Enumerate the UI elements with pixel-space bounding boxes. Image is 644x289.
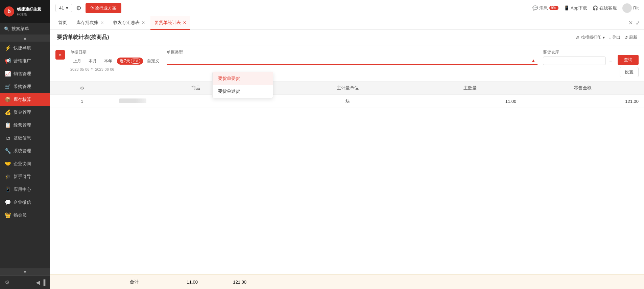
page-actions: 🖨 按模板打印 ▾ ↓ 导出 ↺ 刷新	[576, 35, 637, 44]
total-amount: 121.00	[223, 280, 246, 285]
sidebar-item-member[interactable]: 👑 畅会员	[0, 209, 50, 222]
sidebar-item-basic[interactable]: 🗂 基础信息	[0, 132, 50, 144]
member-icon: 👑	[5, 212, 11, 218]
col-qty: 主数量	[418, 82, 522, 95]
tab-order-stat-close-icon[interactable]: ✕	[183, 20, 186, 25]
app-download-label: App下载	[571, 5, 587, 11]
content-area: 要货单统计表(按商品) 🖨 按模板打印 ▾ ↓ 导出 ↺ 刷新 »	[50, 30, 644, 289]
sidebar-item-label: 经营管理	[14, 122, 31, 128]
date-btn-custom[interactable]: 自定义	[145, 58, 161, 65]
tabs-expand-icon[interactable]: ⤢	[636, 20, 640, 26]
sidebar-item-appstore[interactable]: 📱 应用中心	[0, 183, 50, 196]
filter-expand-btn[interactable]: »	[55, 50, 65, 60]
avatar	[622, 3, 632, 13]
type-dropdown: 要货单要货 要货单退货	[212, 72, 273, 98]
sidebar-item-label: 采购管理	[14, 84, 31, 90]
company-number: 41	[59, 5, 64, 10]
sidebar-scroll-down[interactable]: ▼	[0, 268, 50, 275]
table-settings-icon[interactable]: ⚙	[80, 86, 84, 91]
sidebar-item-finance[interactable]: 💰 资金管理	[0, 106, 50, 119]
collapse-icon[interactable]: ◀ ▐	[36, 279, 45, 286]
tab-home[interactable]: 首页	[54, 16, 71, 30]
date-btn-recent7[interactable]: 近7天 更多	[117, 58, 143, 65]
print-btn[interactable]: 🖨 按模板打印 ▾	[576, 35, 605, 40]
sidebar-item-collab[interactable]: 🤝 企业协同	[0, 157, 50, 170]
dropdown-item-return-goods[interactable]: 要货单退货	[213, 85, 273, 98]
page-title: 要货单统计表(按商品)	[57, 34, 109, 45]
tab-summary-label: 收发存汇总表	[113, 20, 140, 26]
user-menu[interactable]: Rit	[622, 3, 639, 13]
search-menu-label: 搜索菜单	[11, 26, 29, 32]
app-download-btn[interactable]: 📱 App下载	[564, 5, 587, 11]
sidebar-item-purchase[interactable]: 🛒 采购管理	[0, 80, 50, 93]
row-unit: 块	[277, 95, 419, 108]
sidebar-item-quick-nav[interactable]: ⚡ 快捷导航	[0, 42, 50, 54]
online-service-btn[interactable]: 🎧 在线客服	[593, 5, 617, 11]
tab-order-stat[interactable]: 要货单统计表 ✕	[150, 16, 190, 30]
date-btn-last-month[interactable]: 上月	[70, 57, 84, 65]
topbar-gear-icon[interactable]: ⚙	[76, 4, 81, 12]
print-icon: 🖨	[576, 35, 580, 40]
trial-btn[interactable]: 体验行业方案	[86, 3, 121, 13]
date-btn-this-year[interactable]: 本年	[101, 57, 115, 65]
warehouse-more-icon[interactable]: ···	[609, 58, 612, 63]
settings-icon[interactable]: ⚙	[5, 279, 9, 286]
tab-summary[interactable]: 收发存汇总表 ✕	[109, 16, 149, 30]
tabs-bar: 首页 库存批次账 ✕ 收发存汇总表 ✕ 要货单统计表 ✕ ✕ ⤢	[50, 16, 644, 30]
tab-home-label: 首页	[58, 20, 67, 26]
sidebar-item-guide[interactable]: 🎓 新手引导	[0, 170, 50, 183]
sidebar-item-sales[interactable]: 📈 销售管理	[0, 67, 50, 80]
col-settings[interactable]: ⚙	[50, 82, 114, 95]
page-header: 要货单统计表(按商品) 🖨 按模板打印 ▾ ↓ 导出 ↺ 刷新	[50, 30, 644, 45]
warehouse-filter-row: ···	[543, 57, 612, 65]
warehouse-filter-input[interactable]	[543, 57, 606, 65]
refresh-btn[interactable]: ↺ 刷新	[624, 35, 637, 40]
tab-order-stat-label: 要货单统计表	[154, 20, 181, 26]
type-filter-chevron-up-icon[interactable]: ▲	[531, 58, 535, 63]
warehouse-filter-label: 要货仓库	[543, 49, 612, 55]
filter-actions: 查询 设置	[618, 49, 639, 77]
sidebar-item-operation[interactable]: 📋 经营管理	[0, 119, 50, 132]
sidebar-item-system[interactable]: 🔧 系统管理	[0, 144, 50, 157]
sidebar-item-inventory[interactable]: 📦 库存核算	[0, 93, 50, 106]
table-row: 1 块 11.00 121.00	[50, 95, 644, 108]
tab-batch[interactable]: 库存批次账 ✕	[72, 16, 108, 30]
sidebar-item-marketing[interactable]: 📢 营销推广	[0, 54, 50, 67]
appstore-icon: 📱	[5, 186, 11, 193]
quick-nav-icon: ⚡	[5, 45, 11, 51]
type-filter-input-wrapper[interactable]: ▲	[167, 57, 538, 65]
filter-bar: » 单据日期 上月 本月 本年 近7天 更多 自定义 2023-05-06 至 …	[50, 45, 644, 82]
search-icon: 🔍	[4, 26, 9, 31]
sidebar-item-wechat[interactable]: 💬 企业微信	[0, 196, 50, 209]
date-filter-options: 上月 本月 本年 近7天 更多 自定义	[70, 57, 161, 65]
sidebar-item-label: 企业微信	[14, 199, 31, 205]
online-service-label: 在线客服	[599, 5, 617, 11]
main-area: 41 ▾ ⚙ 体验行业方案 💬 消息 99+ 📱 App下载 🎧 在线客服	[50, 0, 644, 289]
sidebar-item-label: 畅会员	[14, 212, 27, 218]
total-label: 合计	[130, 279, 139, 285]
sidebar-item-label: 基础信息	[14, 135, 31, 141]
sidebar-item-label: 应用中心	[14, 186, 31, 193]
sidebar-item-label: 营销推广	[14, 58, 31, 64]
company-selector[interactable]: 41 ▾	[55, 4, 72, 12]
wechat-icon: 💬	[5, 199, 11, 205]
settings-btn[interactable]: 设置	[620, 67, 639, 77]
logo-sub: 标准版	[17, 12, 41, 17]
date-btn-this-month[interactable]: 本月	[86, 57, 99, 65]
message-btn[interactable]: 💬 消息 99+	[532, 5, 558, 11]
type-filter-label: 单据类型	[167, 49, 538, 55]
search-menu[interactable]: 🔍 搜索菜单	[0, 23, 50, 35]
query-btn[interactable]: 查询	[618, 55, 639, 65]
dropdown-item-order-goods[interactable]: 要货单要货	[213, 72, 273, 85]
app-icon: 📱	[564, 5, 569, 10]
system-icon: 🔧	[5, 148, 11, 154]
tab-summary-close-icon[interactable]: ✕	[142, 20, 145, 25]
export-btn[interactable]: ↓ 导出	[609, 35, 620, 40]
tab-batch-close-icon[interactable]: ✕	[100, 20, 104, 25]
tabs-minimize-icon[interactable]: ✕	[628, 20, 633, 26]
row-index: 1	[50, 95, 114, 108]
sidebar-scroll-up[interactable]: ▲	[0, 35, 50, 42]
type-filter-input[interactable]	[169, 58, 529, 63]
table-header: ⚙ 商品 主计量单位 主数量 零售金额	[50, 82, 644, 95]
inventory-icon: 📦	[5, 96, 11, 103]
